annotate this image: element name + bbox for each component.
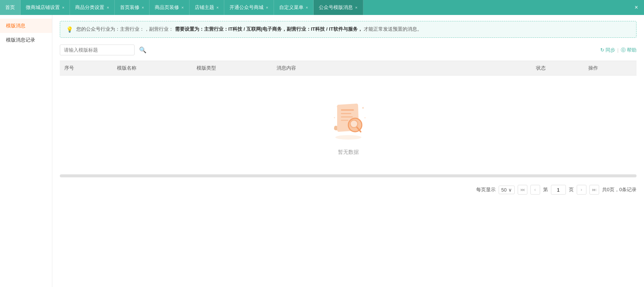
sync-icon: ↻ — [600, 47, 604, 53]
next-page-button[interactable]: › — [577, 185, 586, 195]
search-bar: 🔍 ↻ 同步 | ⓪ 帮助 — [60, 45, 637, 55]
search-left: 🔍 — [60, 45, 148, 55]
nav-item-home[interactable]: 首页 — [0, 0, 21, 15]
bulb-icon: 💡 — [66, 26, 73, 33]
page-input[interactable] — [551, 185, 566, 195]
col-header-index: 序号 — [60, 61, 113, 76]
close-product-decor[interactable]: × — [181, 5, 184, 10]
chevron-down-icon: ∨ — [508, 187, 512, 193]
empty-icon: ✦ ✦ ✦ — [326, 98, 371, 143]
nav-item-custom-menu[interactable]: 自定义菜单 × — [274, 0, 314, 15]
page-size-select[interactable]: 50 ∨ — [499, 186, 514, 194]
nav-item-mall[interactable]: 开通公众号商城 × — [224, 0, 274, 15]
pagination: 每页显示 50 ∨ ⏮ ‹ 第 页 › ⏭ 共0页，0条记录 — [60, 181, 637, 198]
svg-rect-2 — [341, 113, 351, 114]
svg-point-0 — [335, 135, 361, 140]
top-nav: 首页 微商城店铺设置 × 商品分类设置 × 首页装修 × 商品页装修 × 店铺主… — [0, 0, 644, 15]
nav-item-theme[interactable]: 店铺主题 × — [189, 0, 224, 15]
svg-text:✦: ✦ — [364, 117, 366, 119]
close-mall[interactable]: × — [266, 5, 268, 10]
close-custom-menu[interactable]: × — [306, 5, 308, 10]
close-theme[interactable]: × — [216, 5, 219, 10]
sync-button[interactable]: ↻ 同步 — [600, 47, 615, 54]
svg-point-6 — [350, 120, 358, 128]
nav-item-product-decor[interactable]: 商品页装修 × — [150, 0, 189, 15]
svg-rect-1 — [341, 109, 354, 111]
empty-text: 暂无数据 — [338, 149, 359, 156]
global-close-button[interactable]: × — [629, 4, 644, 11]
svg-rect-4 — [341, 120, 348, 121]
search-button[interactable]: 🔍 — [138, 46, 148, 54]
last-page-button[interactable]: ⏭ — [589, 185, 599, 195]
empty-state: ✦ ✦ ✦ 暂无数据 — [60, 76, 637, 171]
page-label: 第 — [543, 186, 548, 193]
col-header-type: 模版类型 — [192, 61, 272, 76]
close-category[interactable]: × — [107, 5, 109, 10]
prev-page-button[interactable]: ‹ — [530, 185, 540, 195]
col-header-status: 状态 — [531, 61, 584, 76]
scrollbar-placeholder[interactable] — [60, 174, 637, 177]
help-button[interactable]: ⓪ 帮助 — [621, 47, 637, 54]
col-header-content: 消息内容 — [272, 61, 531, 76]
help-icon: ⓪ — [621, 47, 626, 54]
page-unit: 页 — [569, 186, 574, 193]
col-header-action: 操作 — [584, 61, 637, 76]
svg-text:✦: ✦ — [361, 106, 364, 110]
svg-rect-3 — [341, 116, 353, 117]
sidebar-item-template-msg-record[interactable]: 模版消息记录 — [0, 33, 52, 47]
data-table: 序号 模版名称 模版类型 消息内容 状态 操作 — [60, 61, 637, 76]
search-right: ↻ 同步 | ⓪ 帮助 — [600, 47, 637, 54]
page-size-label: 每页显示 — [476, 186, 496, 193]
divider: | — [617, 47, 619, 53]
svg-text:✦: ✦ — [333, 116, 336, 119]
nav-item-template-msg[interactable]: 公众号模版消息 × — [314, 0, 363, 15]
sidebar: 模版消息 模版消息记录 — [0, 15, 52, 287]
nav-item-category[interactable]: 商品分类设置 × — [70, 0, 114, 15]
notice-banner: 💡 您的公众号行业为：主营行业：，副营行业： 需要设置为：主营行业：IT科技 /… — [60, 21, 637, 38]
nav-item-shop-settings[interactable]: 微商城店铺设置 × — [21, 0, 70, 15]
col-header-name: 模版名称 — [113, 61, 192, 76]
table-header: 序号 模版名称 模版类型 消息内容 状态 操作 — [60, 61, 637, 76]
first-page-button[interactable]: ⏮ — [518, 185, 527, 195]
total-info: 共0页，0条记录 — [602, 186, 637, 193]
close-home-decor[interactable]: × — [142, 5, 144, 10]
close-template-msg[interactable]: × — [355, 5, 357, 10]
main-layout: 模版消息 模版消息记录 💡 您的公众号行业为：主营行业：，副营行业： 需要设置为… — [0, 15, 644, 287]
close-shop-settings[interactable]: × — [62, 5, 64, 10]
content-area: 💡 您的公众号行业为：主营行业：，副营行业： 需要设置为：主营行业：IT科技 /… — [52, 15, 644, 287]
sidebar-item-template-msg[interactable]: 模版消息 — [0, 19, 52, 33]
nav-item-home-decor[interactable]: 首页装修 × — [115, 0, 150, 15]
search-input[interactable] — [60, 45, 135, 55]
